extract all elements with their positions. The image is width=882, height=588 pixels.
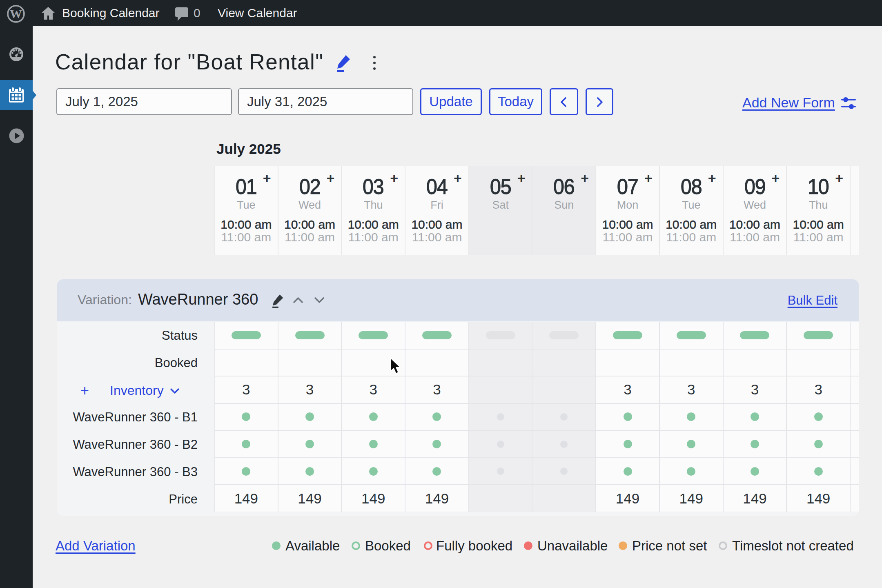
svg-text:W: W — [10, 7, 22, 20]
